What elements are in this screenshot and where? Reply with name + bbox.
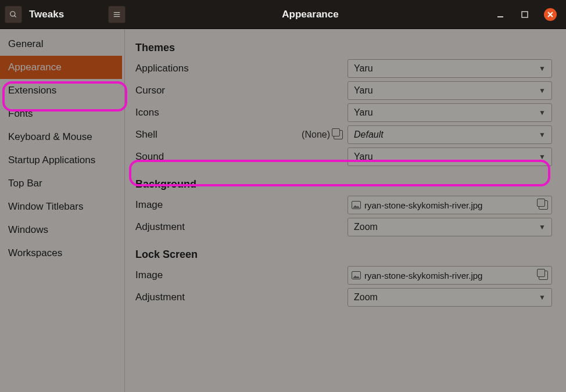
select-sound-value: Yaru [354,152,373,162]
app-name: Tweaks [29,9,64,20]
row-sound: Sound Yaru ▼ [135,146,552,168]
select-icons[interactable]: Yaru ▼ [348,103,552,122]
content-pane: Themes Applications Yaru ▼ Cursor Yaru ▼… [125,29,566,392]
section-background-title: Background [135,178,552,190]
chevron-down-icon: ▼ [539,87,546,95]
file-bg-image-value: ryan-stone-skykomish-river.jpg [364,200,482,210]
shell-extra: (None) [302,130,348,140]
sidebar-item-extensions[interactable]: Extensions [0,79,124,102]
select-cursor[interactable]: Yaru ▼ [348,81,552,100]
row-shell: Shell (None) Default ▼ [135,124,552,146]
close-icon [547,11,554,18]
select-shell[interactable]: Default ▼ [348,125,552,144]
maximize-button[interactable] [520,9,530,20]
sidebar-item-top-bar[interactable]: Top Bar [0,172,124,195]
search-button[interactable] [5,6,22,23]
body-area: General Appearance Extensions Fonts Keyb… [0,29,566,392]
select-shell-value: Default [354,130,384,140]
row-ls-image: Image ryan-stone-skykomish-river.jpg [135,264,552,286]
sidebar-item-fonts[interactable]: Fonts [0,102,124,125]
copy-icon[interactable] [334,130,343,139]
section-lockscreen-title: Lock Screen [135,249,552,261]
row-icons: Icons Yaru ▼ [135,102,552,124]
copy-icon[interactable] [539,271,548,280]
sidebar-item-window-titlebars[interactable]: Window Titlebars [0,195,124,218]
svg-point-0 [10,11,15,16]
chevron-down-icon: ▼ [539,109,546,117]
select-sound[interactable]: Yaru ▼ [348,148,552,166]
minimize-icon [496,10,504,19]
label-bg-image: Image [135,199,348,211]
sidebar-item-startup-applications[interactable]: Startup Applications [0,149,124,172]
select-ls-adjustment-value: Zoom [354,292,378,303]
label-applications: Applications [135,63,348,74]
chevron-down-icon: ▼ [539,131,546,139]
hamburger-icon [113,10,121,19]
row-cursor: Cursor Yaru ▼ [135,80,552,102]
select-bg-adjustment-value: Zoom [354,222,378,232]
shell-extra-text: (None) [302,130,330,140]
sidebar: General Appearance Extensions Fonts Keyb… [0,29,125,392]
select-bg-adjustment[interactable]: Zoom ▼ [348,218,552,236]
search-icon [9,10,17,19]
chevron-down-icon: ▼ [539,293,546,301]
close-button[interactable] [544,8,557,21]
sidebar-item-appearance[interactable]: Appearance [0,56,122,79]
label-sound: Sound [135,151,348,163]
row-ls-adjustment: Adjustment Zoom ▼ [135,286,552,308]
copy-icon[interactable] [539,200,548,210]
row-bg-image: Image ryan-stone-skykomish-river.jpg [135,194,552,216]
window-controls [495,8,561,21]
sidebar-item-windows[interactable]: Windows [0,218,124,242]
image-icon [352,201,361,209]
chevron-down-icon: ▼ [539,153,546,161]
titlebar-center: Appearance [126,9,495,20]
chevron-down-icon: ▼ [539,64,546,73]
label-bg-adjustment: Adjustment [135,221,348,233]
chevron-down-icon: ▼ [539,223,546,231]
svg-line-1 [15,15,16,17]
tweaks-window: Tweaks Appearance General Appearance Ext… [0,0,566,392]
section-themes-title: Themes [135,42,552,54]
label-cursor: Cursor [135,85,348,96]
label-icons: Icons [135,107,348,118]
titlebar: Tweaks Appearance [0,0,566,29]
file-select-bg-image[interactable]: ryan-stone-skykomish-river.jpg [348,196,552,214]
select-icons-value: Yaru [354,107,373,118]
file-ls-image-value: ryan-stone-skykomish-river.jpg [364,271,482,280]
minimize-button[interactable] [495,9,506,20]
label-ls-image: Image [135,269,348,281]
label-shell: Shell (None) [135,129,348,141]
image-icon [352,271,361,279]
select-applications-value: Yaru [354,63,373,74]
select-ls-adjustment[interactable]: Zoom ▼ [348,288,552,307]
row-bg-adjustment: Adjustment Zoom ▼ [135,216,552,238]
sidebar-item-keyboard-mouse[interactable]: Keyboard & Mouse [0,125,124,149]
file-select-ls-image[interactable]: ryan-stone-skykomish-river.jpg [348,266,552,285]
titlebar-left: Tweaks [5,6,121,23]
svg-rect-6 [522,12,528,17]
maximize-icon [521,11,528,18]
page-title: Appearance [282,9,338,20]
label-ls-adjustment: Adjustment [135,292,348,303]
select-applications[interactable]: Yaru ▼ [348,59,552,78]
select-cursor-value: Yaru [354,85,373,96]
sidebar-item-workspaces[interactable]: Workspaces [0,242,124,265]
sidebar-item-general[interactable]: General [0,33,124,56]
row-applications: Applications Yaru ▼ [135,57,552,80]
label-shell-text: Shell [135,129,157,141]
hamburger-menu-button[interactable] [108,6,126,23]
